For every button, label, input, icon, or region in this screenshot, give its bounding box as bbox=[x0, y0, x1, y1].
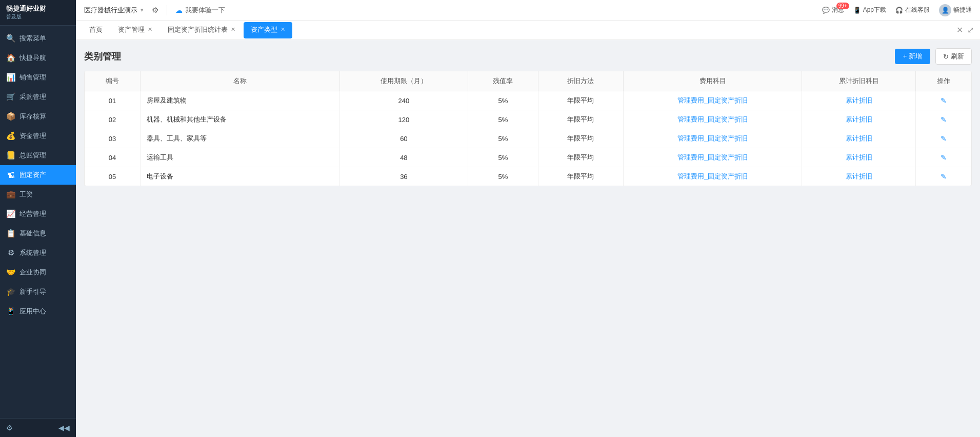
sidebar-logo: 畅捷通好业财 普及版 bbox=[0, 0, 76, 26]
sidebar-label: 应用中心 bbox=[19, 307, 46, 316]
table: 编号名称使用期限（月）残值率折旧方法费用科目累计折旧科目操作 01房屋及建筑物2… bbox=[85, 71, 971, 186]
col-header: 费用科目 bbox=[623, 71, 802, 91]
collapse-icon[interactable]: ◀◀ bbox=[58, 424, 70, 432]
sidebar-label: 系统管理 bbox=[19, 248, 46, 257]
table-cell: 累计折旧 bbox=[802, 148, 915, 167]
experience-label: 我要体验一下 bbox=[185, 6, 225, 15]
close-window-icon[interactable]: ✕ bbox=[956, 25, 963, 35]
messages-button[interactable]: 💬 消息 99+ bbox=[822, 6, 844, 14]
sidebar-label: 总账管理 bbox=[19, 151, 46, 160]
sidebar-item-新手引导[interactable]: 🎓新手引导 bbox=[0, 282, 76, 302]
table-row: 04运输工具485%年限平均管理费用_固定资产折旧累计折旧✎ bbox=[85, 148, 971, 167]
sidebar-item-资金管理[interactable]: 💰资金管理 bbox=[0, 126, 76, 146]
close-tab-icon[interactable]: ✕ bbox=[148, 26, 152, 33]
table-cell: 年限平均 bbox=[538, 148, 624, 167]
table-cell: 累计折旧 bbox=[802, 110, 915, 129]
sidebar-item-基础信息[interactable]: 📋基础信息 bbox=[0, 224, 76, 243]
sidebar-item-采购管理[interactable]: 🛒采购管理 bbox=[0, 87, 76, 107]
table-cell: 01 bbox=[85, 91, 141, 110]
edit-action[interactable]: ✎ bbox=[915, 129, 971, 148]
table-cell: 03 bbox=[85, 129, 141, 148]
category-table: 编号名称使用期限（月）残值率折旧方法费用科目累计折旧科目操作 01房屋及建筑物2… bbox=[84, 71, 972, 186]
edit-action[interactable]: ✎ bbox=[915, 148, 971, 167]
mobile-icon: 📱 bbox=[853, 7, 861, 14]
edit-action[interactable]: ✎ bbox=[915, 110, 971, 129]
table-row: 03器具、工具、家具等605%年限平均管理费用_固定资产折旧累计折旧✎ bbox=[85, 129, 971, 148]
sidebar-item-工资[interactable]: 💼工资 bbox=[0, 185, 76, 204]
sidebar-label: 新手引导 bbox=[19, 287, 46, 296]
table-cell: 年限平均 bbox=[538, 110, 624, 129]
sidebar-item-系统管理[interactable]: ⚙系统管理 bbox=[0, 243, 76, 263]
table-cell: 累计折旧 bbox=[802, 91, 915, 110]
table-cell: 管理费用_固定资产折旧 bbox=[623, 148, 802, 167]
customer-service-button[interactable]: 🎧 在线客服 bbox=[895, 6, 930, 14]
message-icon: 💬 bbox=[822, 7, 830, 14]
sidebar-icon: 🏠 bbox=[6, 53, 15, 63]
page-actions: + 新增 ↻ 刷新 bbox=[895, 48, 972, 65]
edit-action[interactable]: ✎ bbox=[915, 91, 971, 110]
col-header: 名称 bbox=[141, 71, 340, 91]
tab-资产类型[interactable]: 资产类型✕ bbox=[244, 22, 292, 38]
sidebar-label: 搜索菜单 bbox=[19, 34, 46, 43]
sidebar-item-库存核算[interactable]: 📦库存核算 bbox=[0, 107, 76, 126]
col-header: 折旧方法 bbox=[538, 71, 624, 91]
col-header: 操作 bbox=[915, 71, 971, 91]
close-tab-icon[interactable]: ✕ bbox=[281, 26, 285, 33]
table-cell: 120 bbox=[340, 110, 468, 129]
topbar: 医疗器械行业演示 ▾ ⚙ ☁ 我要体验一下 💬 消息 99+ 📱 App下载 🎧… bbox=[76, 0, 980, 21]
close-tab-icon[interactable]: ✕ bbox=[231, 26, 235, 33]
sidebar-bottom: ⚙ ◀◀ bbox=[0, 418, 76, 437]
sidebar-item-企业协同[interactable]: 🤝企业协同 bbox=[0, 263, 76, 282]
table-cell: 5% bbox=[468, 91, 538, 110]
sidebar-icon: 🎓 bbox=[6, 287, 15, 296]
sidebar-item-固定资产[interactable]: 🏗固定资产 bbox=[0, 165, 76, 185]
sidebar-item-搜索菜单[interactable]: 🔍搜索菜单 bbox=[0, 29, 76, 48]
sidebar-item-总账管理[interactable]: 📒总账管理 bbox=[0, 146, 76, 165]
sidebar-label: 经营管理 bbox=[19, 209, 46, 218]
sidebar-label: 固定资产 bbox=[19, 170, 46, 180]
content-area: 类别管理 + 新增 ↻ 刷新 编号名称使用期限（月）残值率折旧方法费用科目累计折… bbox=[76, 40, 980, 437]
sidebar-item-销售管理[interactable]: 📊销售管理 bbox=[0, 68, 76, 87]
sidebar-nav: 🔍搜索菜单🏠快捷导航📊销售管理🛒采购管理📦库存核算💰资金管理📒总账管理🏗固定资产… bbox=[0, 26, 76, 418]
edit-action[interactable]: ✎ bbox=[915, 167, 971, 186]
table-cell: 机器、机械和其他生产设备 bbox=[141, 110, 340, 129]
sidebar-label: 工资 bbox=[19, 190, 33, 199]
tab-首页[interactable]: 首页 bbox=[82, 22, 110, 38]
app-download-button[interactable]: 📱 App下载 bbox=[853, 6, 886, 14]
sidebar-label: 基础信息 bbox=[19, 229, 46, 238]
sidebar-icon: 💼 bbox=[6, 190, 15, 199]
chevron-down-icon: ▾ bbox=[141, 7, 144, 13]
table-cell: 36 bbox=[340, 167, 468, 186]
sidebar-icon: 💰 bbox=[6, 131, 15, 141]
new-button[interactable]: + 新增 bbox=[895, 49, 930, 64]
refresh-button[interactable]: ↻ 刷新 bbox=[935, 48, 972, 65]
divider bbox=[167, 5, 167, 15]
refresh-icon: ↻ bbox=[943, 53, 949, 61]
tab-资产管理[interactable]: 资产管理✕ bbox=[111, 22, 159, 38]
table-cell: 累计折旧 bbox=[802, 129, 915, 148]
settings-icon[interactable]: ⚙ bbox=[6, 424, 13, 432]
experience-button[interactable]: ☁ 我要体验一下 bbox=[175, 6, 225, 15]
company-selector[interactable]: 医疗器械行业演示 ▾ bbox=[84, 6, 144, 15]
sidebar-item-应用中心[interactable]: 📱应用中心 bbox=[0, 302, 76, 321]
col-header: 累计折旧科目 bbox=[802, 71, 915, 91]
table-cell: 05 bbox=[85, 167, 141, 186]
settings-icon[interactable]: ⚙ bbox=[152, 6, 158, 15]
table-cell: 60 bbox=[340, 129, 468, 148]
table-cell: 年限平均 bbox=[538, 91, 624, 110]
sidebar-label: 企业协同 bbox=[19, 268, 46, 277]
sidebar-item-快捷导航[interactable]: 🏠快捷导航 bbox=[0, 48, 76, 68]
table-cell: 电子设备 bbox=[141, 167, 340, 186]
expand-window-icon[interactable]: ⤢ bbox=[967, 25, 974, 35]
avatar: 👤 bbox=[939, 4, 951, 16]
tab-固定资产折旧统计表[interactable]: 固定资产折旧统计表✕ bbox=[161, 22, 243, 38]
tab-label: 首页 bbox=[89, 25, 103, 34]
user-button[interactable]: 👤 畅捷通 bbox=[939, 4, 972, 16]
table-cell: 管理费用_固定资产折旧 bbox=[623, 129, 802, 148]
sidebar-icon: 📋 bbox=[6, 229, 15, 238]
headset-icon: 🎧 bbox=[895, 7, 903, 14]
sidebar-item-经营管理[interactable]: 📈经营管理 bbox=[0, 204, 76, 224]
table-cell: 5% bbox=[468, 110, 538, 129]
sidebar-icon: 📊 bbox=[6, 73, 15, 82]
sidebar-icon: 🔍 bbox=[6, 34, 15, 43]
